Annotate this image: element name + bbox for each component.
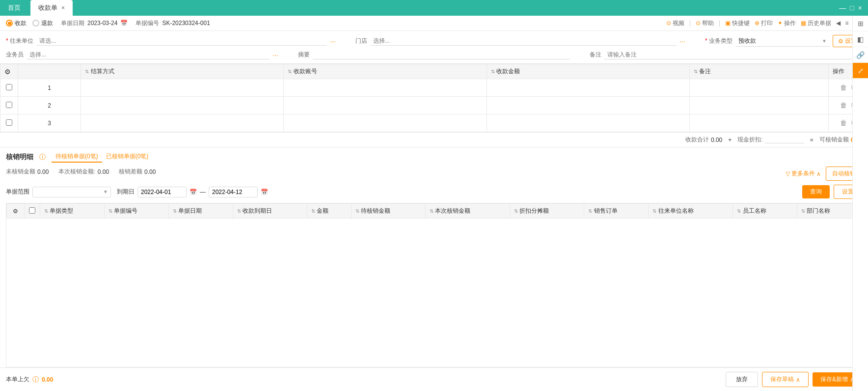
save-draft-arrow-icon[interactable]: ∧ (796, 376, 800, 383)
salesperson-field: 业务员 ··· (6, 50, 278, 59)
row-account-no[interactable] (284, 114, 487, 132)
doc-no-field: 单据编号 SK-20230324-001 (136, 19, 210, 28)
row-checkbox[interactable] (6, 119, 12, 126)
sidebar-attach-icon[interactable]: 🔗 (853, 47, 868, 63)
doc-range-select[interactable] (32, 187, 111, 197)
row-delete-icon[interactable]: 🗑 (840, 84, 847, 91)
writeoff-info-icon[interactable]: ⓘ (39, 153, 46, 162)
sidebar-doc-icon[interactable]: ◧ (853, 31, 868, 47)
row-checkbox-cell[interactable] (0, 79, 18, 97)
operations-label: 操作 (784, 19, 796, 28)
list-view-icon[interactable]: ≡ (842, 19, 851, 28)
bth-checkbox[interactable] (25, 204, 40, 219)
row-remarks[interactable] (689, 79, 828, 97)
settings-icon: ⚙ (838, 38, 843, 45)
summary-input[interactable] (313, 50, 570, 59)
row-amount[interactable] (487, 79, 689, 97)
filter-icon: ▽ (786, 170, 790, 177)
help-action[interactable]: ⊙ 帮助 (696, 19, 714, 28)
tab-close-icon[interactable]: × (61, 4, 65, 11)
th-account-no: ⇅ 收款账号 (284, 64, 487, 79)
row-account-no[interactable] (284, 79, 487, 97)
shortcut-action[interactable]: ▣ 快捷键 (725, 19, 750, 28)
bth-select-all[interactable] (29, 207, 35, 214)
bth-本次核销金额: ⇅ 本次核销金额 (426, 204, 510, 219)
biz-type-field: 业务类型 预收款 ▼ ⚙ ⚙ 设置 设置 (705, 35, 862, 47)
row-amount[interactable] (487, 97, 689, 114)
uncancelled-label: 未核销金额 (6, 168, 35, 176)
row-payment-method[interactable] (81, 97, 284, 114)
window-close-icon[interactable]: × (858, 4, 862, 12)
filter-row: 单据范围 ▼ 到期日 📅 — 📅 查询 设置 (6, 185, 862, 199)
restore-icon[interactable]: □ (850, 4, 854, 12)
row-checkbox-cell[interactable] (0, 114, 18, 132)
radio-refund-circle (32, 20, 39, 27)
biz-type-select[interactable]: 预收款 ▼ (735, 36, 830, 47)
biz-type-value: 预收款 (738, 37, 820, 45)
doc-no-value: SK-20230324-001 (162, 20, 210, 27)
row-payment-method[interactable] (81, 79, 284, 97)
counterpart-more-icon[interactable]: ··· (330, 37, 336, 45)
row-delete-icon[interactable]: 🗑 (840, 119, 847, 127)
filter-left: 单据范围 ▼ 到期日 📅 — 📅 (6, 187, 268, 197)
operations-action[interactable]: ✦ 操作 (778, 19, 796, 28)
more-conditions[interactable]: ▽ 更多条件 ∧ (786, 169, 821, 178)
row-amount[interactable] (487, 114, 689, 132)
bench-info-icon[interactable]: ⓘ (32, 375, 39, 384)
tab-home[interactable]: 首页 (0, 0, 28, 16)
salesperson-input[interactable] (27, 50, 270, 59)
history-action[interactable]: ▦ 历史单据 (801, 19, 831, 28)
discard-button[interactable]: 放弃 (726, 372, 758, 387)
row-remarks[interactable] (689, 97, 828, 114)
bottom-table-wrap[interactable]: ⚙ ⇅ 单据类型⇅ 单据编号⇅ 单据日期⇅ 收款到期日⇅ 金额⇅ 待核销金额⇅ … (6, 203, 862, 367)
tab-done[interactable]: 已核销单据(0笔) (102, 151, 153, 163)
summary-field: 摘要 (298, 50, 570, 59)
counterpart-label: 往来单位 (6, 37, 33, 45)
tab-receipt[interactable]: 收款单 × (30, 0, 73, 16)
table-section: ⚙ ⇅ 结算方式 ⇅ 收款账号 ⇅ 收款金额 ⇅ 备注 操作 1 🗑 ⧉ 2 (0, 64, 868, 133)
calendar-to-icon[interactable]: 📅 (261, 189, 268, 196)
remarks-input[interactable] (604, 50, 862, 59)
remarks-label: 备注 (590, 51, 601, 59)
counterpart-field: 往来单位 ··· (6, 36, 336, 46)
due-date-from-input[interactable] (137, 187, 187, 197)
radio-refund[interactable]: 退款 (32, 19, 53, 28)
th-gear[interactable]: ⚙ (0, 64, 18, 79)
help-label: 帮助 (702, 19, 714, 28)
nav-prev-icon[interactable]: ◀ (836, 20, 841, 27)
save-draft-button[interactable]: 保存草稿 ∧ (762, 372, 809, 387)
row-delete-icon[interactable]: 🗑 (840, 101, 847, 109)
row-checkbox[interactable] (6, 102, 12, 108)
salesperson-more-icon[interactable]: ··· (272, 51, 278, 59)
form-row-1: 往来单位 ··· 门店 ··· 业务类型 预收款 ▼ ⚙ ⚙ 设置 (6, 35, 862, 47)
store-more-icon[interactable]: ··· (679, 37, 685, 45)
query-button[interactable]: 查询 (802, 185, 830, 198)
row-payment-method[interactable] (81, 114, 284, 132)
counterpart-input[interactable] (36, 36, 327, 46)
sidebar-expand-icon[interactable]: ⤢ (853, 63, 868, 79)
calendar-from-icon[interactable]: 📅 (190, 189, 197, 196)
form-section: 往来单位 ··· 门店 ··· 业务类型 预收款 ▼ ⚙ ⚙ 设置 (0, 31, 868, 64)
print-action[interactable]: ⊕ 打印 (755, 19, 773, 28)
row-checkbox[interactable] (6, 84, 12, 90)
diff-value: 0.00 (144, 168, 156, 175)
writeoff-stats: 未核销金额 0.00 本次核销金额: 0.00 核销差额 0.00 (6, 168, 156, 176)
save-new-label: 保存&新增 (820, 375, 848, 384)
writeoff-table: ⚙ ⇅ 单据类型⇅ 单据编号⇅ 单据日期⇅ 收款到期日⇅ 金额⇅ 待核销金额⇅ … (6, 203, 862, 219)
store-input[interactable] (370, 36, 677, 46)
video-label: 视频 (673, 19, 684, 28)
calendar-icon[interactable]: 📅 (120, 20, 128, 27)
radio-receipt[interactable]: 收款 (6, 19, 27, 28)
row-remarks[interactable] (689, 114, 828, 132)
bth-gear[interactable]: ⚙ (7, 204, 25, 219)
doc-range-select-wrap: ▼ (32, 187, 111, 197)
video-action[interactable]: ⊙ 视频 (666, 19, 684, 28)
due-date-to-input[interactable] (209, 187, 258, 197)
discount-input[interactable] (765, 136, 804, 143)
tab-pending[interactable]: 待核销单据(0笔) (52, 151, 102, 163)
sidebar-table-icon[interactable]: ⊞ (853, 16, 868, 31)
row-account-no[interactable] (284, 97, 487, 114)
collapse-icon[interactable]: — (839, 4, 846, 12)
row-checkbox-cell[interactable] (0, 97, 18, 114)
bth-折扣分摊额: ⇅ 折扣分摊额 (510, 204, 584, 219)
